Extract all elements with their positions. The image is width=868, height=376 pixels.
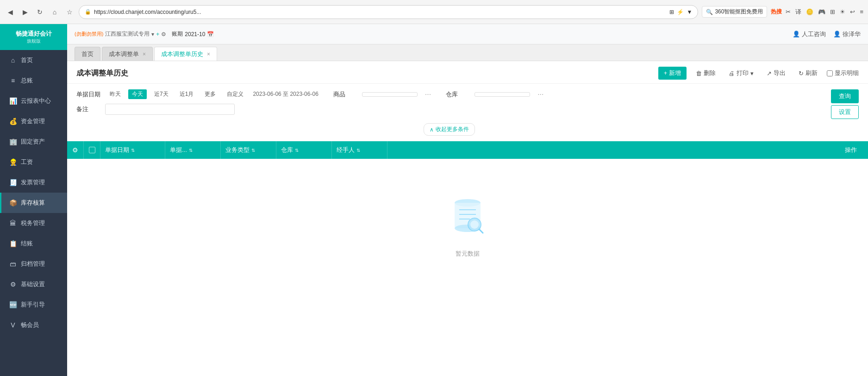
- forward-button[interactable]: ▶: [19, 6, 31, 18]
- collapse-button[interactable]: ∧ 收起更多条件: [424, 123, 475, 136]
- note-input[interactable]: [105, 104, 235, 115]
- search-bar[interactable]: 🔍 360智能抠图免费用: [702, 6, 767, 18]
- user-service[interactable]: 👤 人工咨询: [793, 30, 826, 38]
- warehouse-selector[interactable]: [475, 92, 530, 97]
- sidebar-item-salary[interactable]: 👷 工资: [0, 152, 67, 172]
- shortcut-1month[interactable]: 近1月: [176, 89, 198, 99]
- refresh-button[interactable]: ↻: [34, 6, 45, 18]
- close-tab-cost-adjust-history[interactable]: ×: [207, 51, 210, 57]
- th-biz-type[interactable]: 业务类型 ⇅: [221, 141, 276, 159]
- add-company-icon: +: [156, 31, 159, 38]
- bolt-icon: ⚡: [677, 9, 684, 15]
- shortcut-yesterday[interactable]: 昨天: [106, 89, 125, 99]
- fixed-assets-icon: 🏢: [9, 138, 17, 145]
- sidebar-item-tax[interactable]: 🏛 税务管理: [0, 213, 67, 233]
- sidebar: 畅捷通好会计 旗舰版 ⌂ 首页 ≡ 总账 📊 云报表中心 💰 资金管理 🏢 固定…: [0, 24, 67, 376]
- sidebar-item-fund[interactable]: 💰 资金管理: [0, 111, 67, 132]
- delete-button[interactable]: 🗑 删除: [692, 67, 719, 79]
- th-order-no[interactable]: 单据... ⇅: [165, 141, 221, 159]
- filter-row-1: 单据日期 昨天 今天 近7天 近1月 更多 自定义 2023-06-06 至 2…: [76, 89, 822, 99]
- sidebar-item-fixed-assets[interactable]: 🏢 固定资产: [0, 132, 67, 152]
- inventory-icon: 📦: [9, 199, 17, 207]
- sidebar-item-general-ledger[interactable]: ≡ 总账: [0, 70, 67, 91]
- display-toggle-checkbox[interactable]: [827, 70, 833, 76]
- page-title: 成本调整单历史: [76, 69, 128, 78]
- sidebar-item-vip[interactable]: V 畅会员: [0, 315, 67, 335]
- refresh-label: 刷新: [806, 69, 818, 77]
- sidebar-item-home[interactable]: ⌂ 首页: [0, 50, 67, 70]
- export-button[interactable]: ↗ 导出: [763, 67, 789, 79]
- top-header: (勿删勿禁用) 江西服宝测试专用 ▾ + ⚙ 账期 2021-10 📅 👤 人工…: [67, 24, 868, 44]
- salary-icon: 👷: [9, 158, 17, 166]
- empty-text: 暂元数据: [456, 250, 480, 258]
- address-bar[interactable]: 🔒 https://cloud.chanjet.com/accounting/u…: [79, 5, 698, 19]
- new-button[interactable]: + 新增: [658, 67, 687, 80]
- home-button[interactable]: ⌂: [49, 6, 60, 18]
- shortcut-more[interactable]: 更多: [201, 89, 219, 99]
- sidebar-item-label: 工资: [21, 158, 33, 166]
- sidebar-item-label: 归档管理: [21, 260, 45, 268]
- display-toggle[interactable]: 显示明细: [827, 69, 859, 77]
- select-all-checkbox[interactable]: [89, 147, 95, 153]
- sidebar-item-closing[interactable]: 📋 结账: [0, 233, 67, 254]
- tab-cost-adjust[interactable]: 成本调整单 ×: [102, 47, 153, 61]
- invoice-icon: 🧾: [9, 179, 17, 186]
- th-date[interactable]: 单据日期 ⇅: [100, 141, 165, 159]
- th-date-label: 单据日期: [105, 146, 129, 154]
- tab-cost-adjust-history[interactable]: 成本调整单历史 ×: [154, 47, 217, 61]
- settings-icon: ⚙: [9, 281, 17, 288]
- shortcut-custom[interactable]: 自定义: [223, 89, 247, 99]
- calendar-icon[interactable]: 📅: [207, 31, 214, 38]
- sidebar-item-settings[interactable]: ⚙ 基础设置: [0, 274, 67, 295]
- company-selector[interactable]: (勿删勿禁用) 江西服宝测试专用 ▾ + ⚙: [75, 30, 166, 38]
- note-label: 备注: [76, 105, 100, 113]
- sidebar-item-label: 基础设置: [21, 280, 45, 288]
- th-actions-label: 操作: [845, 146, 857, 154]
- svg-line-8: [479, 229, 483, 233]
- vip-icon: V: [9, 321, 17, 329]
- goods-more-icon[interactable]: ···: [425, 90, 431, 99]
- star-button[interactable]: ☆: [64, 6, 75, 18]
- browser-right-icons: ✂ 译 🪙 🎮 ⊞ ☀ ↩ ≡: [786, 8, 863, 16]
- page: 成本调整单历史 + 新增 🗑 删除 🖨 打印 ▾ ↗ 导出: [67, 61, 868, 376]
- back-button[interactable]: ◀: [5, 6, 16, 18]
- account-period: 账期 2021-10 📅: [172, 30, 214, 38]
- th-biztype-label: 业务类型: [225, 146, 250, 154]
- goods-selector[interactable]: [362, 92, 418, 97]
- warehouse-label: 仓库: [446, 90, 469, 99]
- hot-search-label: 热搜: [771, 8, 782, 16]
- sidebar-item-invoice[interactable]: 🧾 发票管理: [0, 172, 67, 193]
- search-text: 360智能抠图免费用: [715, 8, 763, 16]
- company-warning: (勿删勿禁用): [75, 31, 103, 38]
- tab-home[interactable]: 首页: [75, 47, 100, 61]
- user-avatar[interactable]: 👤 徐泽华: [833, 30, 861, 38]
- th-actions: 操作: [840, 141, 868, 159]
- apps-icon: ⊞: [830, 8, 835, 15]
- shortcut-today[interactable]: 今天: [128, 89, 147, 99]
- sidebar-item-inventory[interactable]: 📦 库存核算: [0, 193, 67, 213]
- sidebar-item-reports[interactable]: 📊 云报表中心: [0, 91, 67, 111]
- th-checkbox[interactable]: [84, 141, 100, 159]
- sort-operator-icon: ⇅: [356, 148, 360, 153]
- collapse-arrow-icon: ∧: [430, 126, 434, 133]
- display-toggle-label: 显示明细: [835, 69, 859, 77]
- refresh-button[interactable]: ↻ 刷新: [795, 67, 821, 79]
- close-tab-cost-adjust[interactable]: ×: [143, 51, 146, 57]
- user-icon: 👤: [833, 31, 841, 38]
- th-settings[interactable]: ⚙: [67, 141, 84, 159]
- query-button[interactable]: 查询: [831, 89, 859, 103]
- th-operator[interactable]: 经手人 ⇅: [332, 141, 387, 159]
- filter-settings-button[interactable]: 设置: [831, 105, 859, 119]
- service-label: 人工咨询: [802, 30, 826, 38]
- sidebar-item-guide[interactable]: 🆕 新手引导: [0, 295, 67, 315]
- table-settings-icon: ⚙: [72, 146, 78, 154]
- th-warehouse[interactable]: 仓库 ⇅: [276, 141, 332, 159]
- warehouse-more-icon[interactable]: ···: [537, 90, 543, 99]
- empty-svg: [444, 196, 491, 242]
- print-button[interactable]: 🖨 打印 ▾: [725, 67, 757, 79]
- sidebar-item-archive[interactable]: 🗃 归档管理: [0, 254, 67, 274]
- shortcut-7days[interactable]: 近7天: [150, 89, 172, 99]
- app-logo[interactable]: 畅捷通好会计 旗舰版: [0, 24, 67, 50]
- top-right: 👤 人工咨询 👤 徐泽华: [793, 30, 861, 38]
- undo-icon: ↩: [850, 8, 855, 15]
